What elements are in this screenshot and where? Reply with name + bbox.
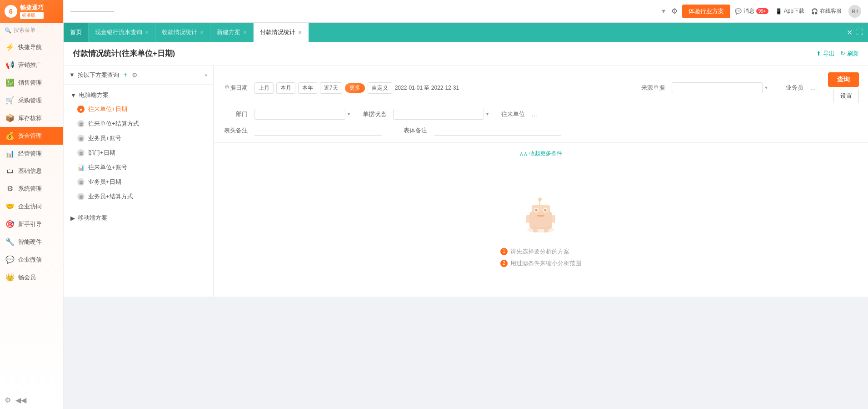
filter-row-3: 表头备注 表体备注 — [223, 125, 859, 136]
avatar[interactable]: Rit — [848, 5, 861, 18]
sidebar-item-enterprise[interactable]: 🤝 企业协同 — [0, 197, 63, 215]
tab-home[interactable]: 首页 — [64, 23, 89, 42]
plan-item-dept-date[interactable]: ▦ 部门+日期 — [64, 146, 213, 160]
tab-new-plan-close[interactable]: ✕ — [243, 30, 247, 35]
filter-area: 单据日期 上月 本月 本年 近7天 更多 自定义 2022-01-01 至 20… — [214, 66, 868, 143]
tab-maximize-icon[interactable]: ⛶ — [856, 28, 863, 36]
plan-icon-table: ▦ — [77, 135, 85, 142]
section-arrow-icon: ▼ — [70, 92, 76, 99]
tab-bank-flow[interactable]: 现金银行流水查询 ✕ — [89, 23, 155, 42]
experience-button[interactable]: 体验行业方案 — [682, 5, 730, 18]
sidebar-item-basic-info[interactable]: 🗂 基础信息 — [0, 162, 63, 180]
dept-label: 部门 — [223, 110, 248, 118]
sidebar-item-quick-nav[interactable]: ⚡ 快捷导航 — [0, 38, 63, 56]
last-month-btn[interactable]: 上月 — [254, 82, 274, 94]
tab-payment-stats-close[interactable]: ✕ — [298, 30, 302, 35]
query-button[interactable]: 查询 — [828, 72, 859, 87]
empty-text: 1 请先选择要分析的方案 2 用过滤条件来缩小分析范围 — [500, 246, 581, 269]
export-button[interactable]: ⬆ 导出 — [816, 50, 835, 58]
plan-label: 业务员+账号 — [88, 134, 121, 142]
nav-label: 系统管理 — [18, 185, 42, 193]
plan-icon-chart: 📊 — [77, 164, 85, 171]
panel-add-button[interactable]: ＋ — [122, 70, 129, 80]
more-btn[interactable]: 更多 — [345, 83, 365, 93]
plan-item-counterpart-payment[interactable]: ▦ 往来单位+结算方式 — [64, 116, 213, 131]
sidebar-item-finance[interactable]: 💰 资金管理 — [0, 127, 63, 145]
left-plan-panel: ▼ 按以下方案查询 ＋ ⚙ « ▼ 电脑端方案 ● — [64, 66, 214, 297]
body-note-label: 表体备注 — [402, 126, 427, 135]
plan-icon-table: ▦ — [77, 178, 85, 186]
bottom-collapse-icon[interactable]: ◀◀ — [15, 396, 26, 404]
tab-home-label: 首页 — [70, 28, 82, 36]
tab-collection-stats-close[interactable]: ✕ — [200, 30, 204, 35]
nav-label: 营销推广 — [18, 61, 42, 69]
plan-label: 业务员+日期 — [88, 178, 121, 186]
sidebar-item-wechat[interactable]: 💬 企业微信 — [0, 251, 63, 268]
tab-collection-stats[interactable]: 收款情况统计 ✕ — [155, 23, 210, 42]
panel-settings-button[interactable]: ⚙ — [132, 71, 138, 79]
source-doc-select[interactable] — [672, 82, 763, 93]
sidebar-item-vip[interactable]: 👑 畅会员 — [0, 268, 63, 286]
mobile-section-title[interactable]: ▶ 移动端方案 — [64, 211, 213, 225]
page-body: 付款情况统计(往来单位+日期) ⬆ 导出 ↻ 刷新 ▼ 按以下方案查 — [64, 42, 868, 409]
svg-rect-7 — [537, 215, 544, 217]
online-service-action[interactable]: 🎧 在线客服 — [811, 7, 842, 15]
doc-status-select[interactable] — [393, 109, 484, 120]
dept-select[interactable] — [254, 109, 345, 120]
last-7-days-btn[interactable]: 近7天 — [320, 82, 342, 94]
sidebar-item-smart-hw[interactable]: 🔧 智能硬件 — [0, 233, 63, 251]
nav-label: 企业微信 — [18, 256, 42, 264]
plan-item-counterpart-date[interactable]: ● 往来单位+日期 — [64, 102, 213, 116]
app-download-icon: 📱 — [775, 8, 782, 15]
desktop-section-title[interactable]: ▼ 电脑端方案 — [64, 88, 213, 102]
vip-icon: 👑 — [5, 273, 15, 282]
app-download-action[interactable]: 📱 App下载 — [775, 7, 804, 15]
sidebar-item-purchase[interactable]: 🛒 采购管理 — [0, 91, 63, 109]
page-header: 付款情况统计(往来单位+日期) ⬆ 导出 ↻ 刷新 — [64, 42, 868, 66]
body-note-input[interactable] — [434, 125, 561, 136]
dropdown-icon[interactable]: ▼ — [661, 8, 667, 15]
topbar: ———————— ▼ ⚙ 体验行业方案 💬 消息 99+ 📱 App下载 🎧 在… — [64, 0, 868, 23]
panel-collapse-button[interactable]: « — [205, 72, 208, 78]
sidebar-item-system[interactable]: ⚙ 系统管理 — [0, 180, 63, 197]
nav-label: 智能硬件 — [18, 238, 42, 246]
counterpart-dots[interactable]: ... — [532, 111, 537, 118]
this-year-btn[interactable]: 本年 — [298, 82, 317, 94]
plan-icon-table: ▦ — [77, 149, 85, 157]
plan-item-salesman-payment[interactable]: ▦ 业务员+结算方式 — [64, 189, 213, 204]
custom-btn[interactable]: 自定义 — [368, 82, 392, 94]
tab-window-actions: ✕ ⛶ — [842, 23, 868, 42]
sidebar-item-marketing[interactable]: 📢 营销推广 — [0, 56, 63, 74]
sidebar-item-inventory[interactable]: 📦 库存核算 — [0, 109, 63, 127]
tab-payment-stats[interactable]: 付款情况统计 ✕ — [254, 23, 309, 42]
message-action[interactable]: 💬 消息 99+ — [735, 7, 768, 15]
logo-badge: 标准版 — [20, 12, 44, 19]
tab-new-plan[interactable]: 新建方案 ✕ — [210, 23, 254, 42]
plan-item-counterpart-account[interactable]: 📊 往来单位+账号 — [64, 160, 213, 175]
sidebar-item-operation[interactable]: 📊 经营管理 — [0, 145, 63, 162]
tab-collection-stats-label: 收款情况统计 — [162, 28, 197, 36]
quick-nav-icon: ⚡ — [5, 43, 15, 51]
plan-item-salesman-account[interactable]: ▦ 业务员+账号 — [64, 131, 213, 146]
step-2-text: 用过滤条件来缩小分析范围 — [510, 258, 581, 269]
settings-small-button[interactable]: 设置 — [833, 89, 859, 103]
topbar-settings-button[interactable]: ⚙ — [671, 7, 678, 15]
tab-bank-flow-close[interactable]: ✕ — [145, 30, 149, 35]
mobile-plan-section: ▶ 移动端方案 — [64, 207, 213, 228]
empty-step-1: 1 请先选择要分析的方案 — [500, 246, 581, 258]
this-month-btn[interactable]: 本月 — [276, 82, 295, 94]
tab-close-window-icon[interactable]: ✕ — [847, 28, 853, 37]
sidebar-item-guide[interactable]: 🎯 新手引导 — [0, 215, 63, 233]
refresh-button[interactable]: ↻ 刷新 — [840, 50, 859, 58]
header-note-input[interactable] — [254, 125, 382, 136]
header-note-label: 表头备注 — [223, 126, 248, 135]
tab-new-plan-label: 新建方案 — [217, 28, 240, 36]
plan-item-salesman-date[interactable]: ▦ 业务员+日期 — [64, 175, 213, 189]
nav-label: 资金管理 — [18, 132, 42, 140]
bottom-settings-icon[interactable]: ⚙ — [5, 396, 11, 404]
salesman-dots[interactable]: ... — [810, 84, 816, 91]
sidebar-search[interactable]: 🔍 搜索菜单 — [0, 23, 63, 38]
step-1-text: 请先选择要分析的方案 — [510, 246, 569, 258]
sidebar-item-sales[interactable]: 💹 销售管理 — [0, 74, 63, 91]
collapse-button[interactable]: ∧∧ 收起更多条件 — [513, 147, 569, 160]
